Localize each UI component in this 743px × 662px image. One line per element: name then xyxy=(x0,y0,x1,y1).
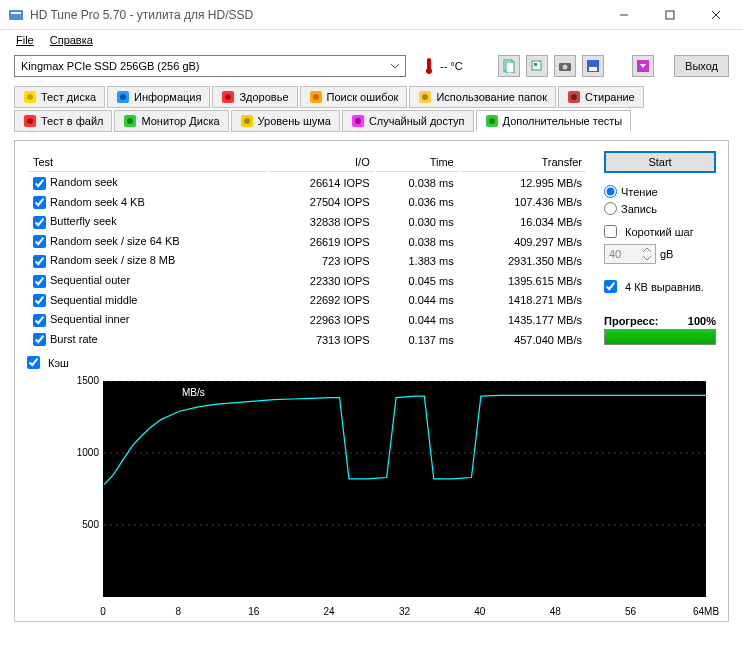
minimize-button[interactable] xyxy=(601,1,647,29)
col-test[interactable]: Test xyxy=(29,153,267,172)
svg-point-22 xyxy=(225,94,231,100)
row-checkbox[interactable] xyxy=(33,216,46,229)
svg-rect-15 xyxy=(589,67,597,71)
cache-checkbox[interactable] xyxy=(27,356,40,369)
read-radio-row[interactable]: Чтение xyxy=(604,183,716,200)
col-io[interactable]: I/O xyxy=(269,153,374,172)
tab-4[interactable]: Использование папок xyxy=(409,86,556,108)
align-label: 4 КВ выравнив. xyxy=(625,281,704,293)
floppy-icon xyxy=(586,59,600,73)
row-checkbox[interactable] xyxy=(33,196,46,209)
svg-point-26 xyxy=(422,94,428,100)
row-checkbox[interactable] xyxy=(33,333,46,346)
save-button[interactable] xyxy=(582,55,604,77)
short-step-checkbox[interactable] xyxy=(604,225,617,238)
tab-1[interactable]: Информация xyxy=(107,86,210,108)
temperature-value: -- °C xyxy=(440,60,463,72)
svg-point-36 xyxy=(355,118,361,124)
thermometer-icon xyxy=(422,57,436,75)
exit-button[interactable]: Выход xyxy=(674,55,729,77)
row-checkbox[interactable] xyxy=(33,275,46,288)
results-table: Test I/O Time Transfer Random seek 26614… xyxy=(27,151,588,350)
menubar: File Справка xyxy=(0,30,743,50)
pages-icon xyxy=(530,59,544,73)
progress-value: 100% xyxy=(688,315,716,327)
toolbar: Kingmax PCIe SSD 256GB (256 gB) -- °C Вы… xyxy=(0,50,743,82)
step-unit: gB xyxy=(660,248,673,260)
copy-shot-button[interactable] xyxy=(526,55,548,77)
titlebar: HD Tune Pro 5.70 - утилита для HD/SSD xyxy=(0,0,743,30)
camera-icon xyxy=(558,59,572,73)
svg-point-34 xyxy=(244,118,250,124)
spinner-arrows-icon xyxy=(643,247,651,261)
device-select-value: Kingmax PCIe SSD 256GB (256 gB) xyxy=(21,60,200,72)
row-checkbox[interactable] xyxy=(33,177,46,190)
table-row: Sequential outer 22330 IOPS0.045 ms1395.… xyxy=(29,272,586,290)
svg-rect-11 xyxy=(534,63,537,66)
start-button[interactable]: Start xyxy=(604,151,716,173)
row-checkbox[interactable] xyxy=(33,255,46,268)
tab-9[interactable]: Случайный доступ xyxy=(342,110,474,132)
copy-info-button[interactable] xyxy=(498,55,520,77)
svg-rect-9 xyxy=(506,62,514,73)
tab-3[interactable]: Поиск ошибок xyxy=(300,86,408,108)
progress-bar xyxy=(604,329,716,345)
row-checkbox[interactable] xyxy=(33,235,46,248)
chart: MB/s 50010001500 0816243240485664MB xyxy=(27,377,716,617)
down-arrow-icon xyxy=(636,59,650,73)
table-row: Burst rate 7313 IOPS0.137 ms457.040 MB/s xyxy=(29,331,586,349)
svg-point-7 xyxy=(426,68,432,74)
device-select[interactable]: Kingmax PCIe SSD 256GB (256 gB) xyxy=(14,55,406,77)
temperature: -- °C xyxy=(422,57,463,75)
content-panel: Test I/O Time Transfer Random seek 26614… xyxy=(14,140,729,622)
read-radio[interactable] xyxy=(604,185,617,198)
tab-2[interactable]: Здоровье xyxy=(212,86,297,108)
maximize-button[interactable] xyxy=(647,1,693,29)
table-row: Sequential inner 22963 IOPS0.044 ms1435.… xyxy=(29,311,586,329)
svg-point-20 xyxy=(120,94,126,100)
table-row: Random seek / size 64 KB 26619 IOPS0.038… xyxy=(29,233,586,251)
svg-point-13 xyxy=(563,65,568,70)
close-button[interactable] xyxy=(693,1,739,29)
tab-8[interactable]: Уровень шума xyxy=(231,110,340,132)
col-time[interactable]: Time xyxy=(376,153,458,172)
tab-0[interactable]: Тест диска xyxy=(14,86,105,108)
align-checkbox[interactable] xyxy=(604,280,617,293)
menu-file[interactable]: File xyxy=(10,32,40,48)
tab-10[interactable]: Дополнительные тесты xyxy=(476,110,632,132)
table-row: Random seek / size 8 MB 723 IOPS1.383 ms… xyxy=(29,252,586,270)
write-radio-row[interactable]: Запись xyxy=(604,200,716,217)
progress-label: Прогресс: xyxy=(604,315,659,327)
svg-rect-1 xyxy=(11,12,21,14)
row-checkbox[interactable] xyxy=(33,314,46,327)
table-row: Random seek 4 KB 27504 IOPS0.036 ms107.4… xyxy=(29,194,586,212)
svg-point-28 xyxy=(571,94,577,100)
cache-label: Кэш xyxy=(48,357,69,369)
screenshot-button[interactable] xyxy=(554,55,576,77)
tab-5[interactable]: Стирание xyxy=(558,86,644,108)
options-button[interactable] xyxy=(632,55,654,77)
svg-point-18 xyxy=(27,94,33,100)
menu-help[interactable]: Справка xyxy=(44,32,99,48)
svg-point-24 xyxy=(313,94,319,100)
svg-point-30 xyxy=(27,118,33,124)
table-row: Sequential middle 22692 IOPS0.044 ms1418… xyxy=(29,292,586,310)
window-title: HD Tune Pro 5.70 - утилита для HD/SSD xyxy=(30,8,601,22)
svg-rect-3 xyxy=(666,11,674,19)
write-radio[interactable] xyxy=(604,202,617,215)
row-checkbox[interactable] xyxy=(33,294,46,307)
svg-point-32 xyxy=(127,118,133,124)
svg-rect-0 xyxy=(9,10,23,20)
col-transfer[interactable]: Transfer xyxy=(460,153,586,172)
tab-7[interactable]: Монитор Диска xyxy=(114,110,228,132)
step-spinner[interactable]: 40 xyxy=(604,244,656,264)
svg-point-38 xyxy=(489,118,495,124)
short-step-label: Короткий шаг xyxy=(625,226,694,238)
table-row: Random seek 26614 IOPS0.038 ms12.995 MB/… xyxy=(29,174,586,192)
table-row: Butterfly seek 32838 IOPS0.030 ms16.034 … xyxy=(29,213,586,231)
app-icon xyxy=(8,7,24,23)
page-icon xyxy=(502,59,516,73)
tab-6[interactable]: Тест в файл xyxy=(14,110,112,132)
chevron-down-icon xyxy=(391,62,399,70)
